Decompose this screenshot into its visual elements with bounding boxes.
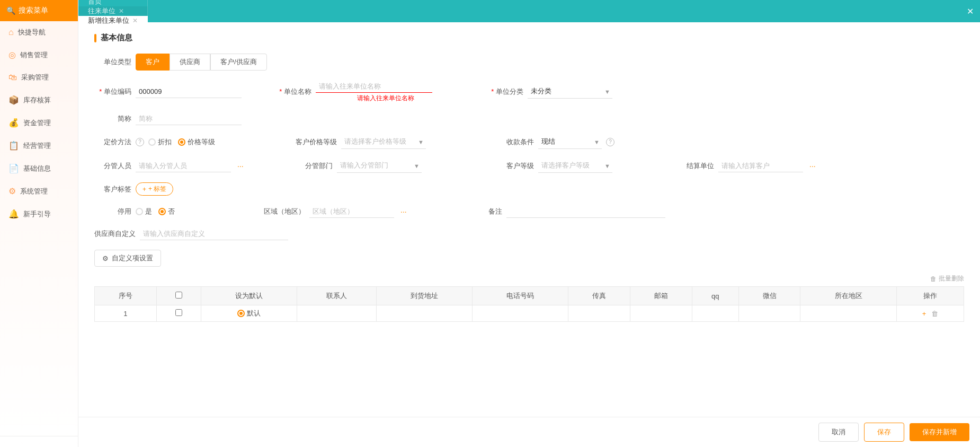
tab-label-home: 首页	[88, 0, 102, 6]
settlement-more-icon[interactable]: ···	[807, 162, 818, 170]
unit-code-input[interactable]	[136, 85, 242, 98]
type-btn-supplier[interactable]: 供应商	[170, 54, 210, 71]
sidebar-label-basic-info: 基础信息	[23, 164, 51, 173]
pricing-row: 定价方法 ? 折扣 价格等级 客户价格等级 请选择客户价格等级	[94, 135, 964, 149]
pricing-help-icon[interactable]: ?	[136, 138, 144, 146]
select-all-checkbox[interactable]	[175, 292, 182, 299]
row-contact	[297, 305, 376, 322]
section-title: 基本信息	[101, 33, 132, 43]
payment-help-icon[interactable]: ?	[606, 138, 614, 146]
custom-settings-button[interactable]: ⚙ 自定义项设置	[94, 250, 161, 267]
row-checkbox-input[interactable]	[175, 309, 182, 316]
region-label: 区域（地区）	[264, 207, 305, 216]
department-label: 分管部门	[296, 161, 333, 171]
batch-delete-icon: 🗑	[930, 275, 937, 283]
row-delete-icon[interactable]: 🗑	[931, 310, 938, 318]
row-add-icon[interactable]: +	[922, 310, 926, 318]
table-col-header: 传真	[568, 287, 630, 305]
type-btn-both[interactable]: 客户/供应商	[210, 54, 267, 71]
sidebar-label-sales: 销售管理	[20, 50, 48, 60]
payment-terms-label: 收款条件	[497, 137, 534, 147]
row-default[interactable]: 默认	[201, 305, 297, 322]
sidebar-item-system[interactable]: ⚙系统管理	[0, 180, 78, 203]
table-col-header: 联系人	[297, 287, 376, 305]
close-all-button[interactable]: ✕	[967, 6, 974, 16]
save-new-button[interactable]: 保存并新增	[910, 423, 969, 441]
sidebar-item-basic-info[interactable]: 📄基础信息	[0, 157, 78, 180]
disable-yes[interactable]: 是	[136, 207, 152, 216]
type-btn-customer[interactable]: 客户	[136, 54, 170, 71]
settlement-unit-input[interactable]	[718, 160, 803, 172]
unit-category-label: 单位分类	[486, 87, 523, 97]
customer-tag-group: 客户标签 + + 标签	[94, 182, 964, 196]
tag-btn-label: + 标签	[148, 185, 166, 194]
sidebar-item-quick-nav[interactable]: ⌂快捷导航	[0, 21, 78, 43]
row-seq: 1	[95, 305, 157, 322]
unit-name-group: 单位名称 请输入往来单位名称	[274, 80, 486, 103]
tab-label-counterparty: 往来单位	[88, 6, 115, 16]
settlement-unit-label: 结算单位	[677, 161, 714, 171]
remark-input[interactable]	[506, 205, 665, 218]
table-col-header: 微信	[738, 287, 800, 305]
radio-no-circle	[158, 208, 166, 215]
row-default-radio[interactable]: 默认	[207, 309, 291, 318]
plus-icon: +	[142, 186, 146, 193]
tab-close-new-counterparty[interactable]: ✕	[132, 17, 138, 24]
manager-input[interactable]	[136, 160, 231, 172]
unit-name-input[interactable]	[316, 80, 432, 93]
customer-level-label: 客户等级	[497, 161, 534, 171]
sidebar-icon-purchase: 🛍	[8, 73, 17, 82]
unit-category-value: 未分类	[528, 84, 612, 99]
sidebar-item-guide[interactable]: 🔔新手引导	[0, 203, 78, 225]
supplier-custom-row: 供应商自定义	[94, 227, 964, 240]
batch-delete-button[interactable]: 🗑 批量删除	[94, 274, 964, 283]
add-tag-button[interactable]: + + 标签	[136, 182, 173, 196]
unit-category-select-wrapper: 未分类 ▼	[528, 84, 612, 99]
code-name-category-row: 单位编码 单位名称 请输入往来单位名称 单位分类 未分类 ▼	[94, 80, 964, 103]
search-icon: 🔍	[6, 6, 15, 15]
batch-delete-label: 批量删除	[939, 274, 964, 283]
short-name-input[interactable]	[136, 112, 242, 125]
sidebar-label-guide: 新手引导	[23, 209, 51, 219]
remark-label: 备注	[465, 207, 502, 216]
region-group: 区域（地区） ···	[264, 205, 465, 218]
save-button[interactable]: 保存	[864, 423, 904, 442]
manager-label: 分管人员	[94, 161, 131, 171]
supplier-custom-input[interactable]	[140, 227, 288, 240]
sidebar-item-operations[interactable]: 📋经营管理	[0, 134, 78, 157]
disable-radio-group: 是 否	[136, 207, 175, 216]
disable-no[interactable]: 否	[158, 207, 175, 216]
settlement-unit-group: 结算单位 ···	[677, 160, 964, 172]
tab-home[interactable]: 首页	[78, 0, 148, 6]
sidebar-icon-guide: 🔔	[8, 209, 19, 219]
short-name-row: 简称	[94, 112, 964, 125]
pricing-radio-discount[interactable]: 折扣	[148, 137, 172, 147]
pricing-radio-level[interactable]: 价格等级	[178, 137, 215, 147]
sidebar-item-sales[interactable]: ◎销售管理	[0, 43, 78, 66]
row-actions[interactable]: + 🗑	[896, 305, 964, 322]
department-group: 分管部门 请输入分管部门 ▼	[296, 159, 497, 173]
table-row: 1 默认	[95, 305, 964, 322]
price-level-select-wrapper[interactable]: 请选择客户价格等级 ▼	[341, 135, 426, 149]
sidebar-item-finance[interactable]: 💰资金管理	[0, 111, 78, 134]
sidebar-item-inventory[interactable]: 📦库存核算	[0, 89, 78, 111]
manager-more-icon[interactable]: ···	[235, 162, 246, 170]
row-checkbox[interactable]	[156, 305, 201, 322]
department-select-wrapper[interactable]: 请输入分管部门 ▼	[337, 159, 422, 173]
table-col-header: 邮箱	[630, 287, 692, 305]
payment-select-wrapper[interactable]: 现结 ▼	[538, 135, 602, 149]
manager-row: 分管人员 ··· 分管部门 请输入分管部门 ▼ 客户等级 请选择客户等级 ▼ 结…	[94, 159, 964, 173]
sidebar-item-purchase[interactable]: 🛍采购管理	[0, 66, 78, 89]
tab-counterparty[interactable]: 往来单位 ✕	[78, 6, 148, 16]
tab-close-counterparty[interactable]: ✕	[119, 7, 124, 15]
region-input[interactable]	[309, 205, 394, 218]
sidebar-icon-inventory: 📦	[8, 95, 19, 105]
cancel-button[interactable]: 取消	[818, 423, 859, 442]
sidebar-search[interactable]: 🔍 搜索菜单	[0, 0, 78, 21]
disable-label: 停用	[94, 207, 131, 216]
region-more-icon[interactable]: ···	[398, 207, 409, 216]
sidebar-label-finance: 资金管理	[23, 118, 51, 128]
tab-new-counterparty[interactable]: 新增往来单位 ✕	[78, 16, 148, 25]
unit-code-group: 单位编码	[94, 85, 274, 98]
customer-level-select-wrapper[interactable]: 请选择客户等级 ▼	[538, 159, 612, 173]
